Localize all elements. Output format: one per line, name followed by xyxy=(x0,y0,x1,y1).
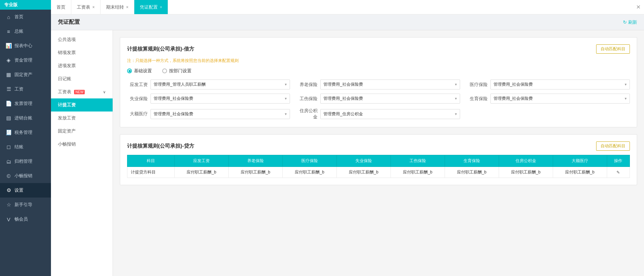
th-pension: 养老保险 xyxy=(229,155,283,167)
radio-department[interactable]: 按部门设置 xyxy=(162,68,191,74)
credit-section: 计提核算规则(公司承担)-贷方 自动匹配科目 科目 应发工资 养老保险 医疗保险… xyxy=(120,134,637,185)
radio-basic[interactable]: 基础设置 xyxy=(127,68,152,74)
form-label-medical: 医疗保险 xyxy=(467,82,488,88)
debit-notice: 注：只能选择一种方式，系统将按照您当前的选择来配置规则 xyxy=(127,58,630,64)
nav-item-accrual[interactable]: 计提工资 xyxy=(51,98,113,112)
sidebar-item-fixed[interactable]: ▦ 固定资产 xyxy=(0,67,51,82)
form-label-salary: 应发工资 xyxy=(127,82,148,88)
form-select-maternity[interactable]: 管理费用_社会保险费 ▾ xyxy=(490,94,630,104)
form-select-medical[interactable]: 管理费用_社会保险费 ▾ xyxy=(490,79,630,89)
radio-group: 基础设置 按部门设置 xyxy=(127,68,630,74)
salary-icon: ☰ xyxy=(6,86,12,92)
tax-icon: 🧾 xyxy=(6,129,12,136)
chevron-down-icon: ▾ xyxy=(625,82,627,87)
form-select-pension[interactable]: 管理费用_社会保险费 ▾ xyxy=(320,79,460,89)
sidebar-item-salary[interactable]: ☰ 工资 xyxy=(0,82,51,96)
td-maternity: 应付职工薪酬_b xyxy=(445,167,499,178)
refresh-button[interactable]: ↻ 刷新 xyxy=(623,19,637,25)
form-select-salary-value: 管理费用_管理人员职工薪酬 xyxy=(154,82,206,87)
close-all-tabs[interactable]: ✕ xyxy=(636,4,641,10)
td-medical: 应付职工薪酬_b xyxy=(283,167,337,178)
close-icon: ◻ xyxy=(6,144,12,150)
sidebar-item-label: 工资 xyxy=(14,86,23,92)
form-row-pension: 养老保险 管理费用_社会保险费 ▾ xyxy=(297,79,460,89)
radio-department-circle xyxy=(162,68,167,73)
tab-voucher-close[interactable]: × xyxy=(160,5,162,10)
nav-item-journal[interactable]: 日记账 xyxy=(51,72,113,85)
form-label-injury: 工伤保险 xyxy=(297,96,318,102)
page-title: 凭证配置 xyxy=(58,19,80,26)
radio-basic-label: 基础设置 xyxy=(134,68,152,74)
tab-period-close-btn[interactable]: × xyxy=(126,5,128,10)
nav-item-sales-invoice[interactable]: 销项发票 xyxy=(51,46,113,59)
nav-item-salary-table[interactable]: 工资表 NEW ∨ xyxy=(51,85,113,98)
form-select-medical-value: 管理费用_社会保险费 xyxy=(494,82,533,87)
form-select-unemployment[interactable]: 管理费用_社会保险费 ▾ xyxy=(150,94,290,104)
sidebar-item-label: 首页 xyxy=(14,14,23,20)
credit-table: 科目 应发工资 养老保险 医疗保险 失业保险 工伤保险 生育保险 住房公积金 大… xyxy=(127,155,630,178)
nav-item-purchase-invoice[interactable]: 进项发票 xyxy=(51,59,113,72)
form-select-unemployment-value: 管理费用_社会保险费 xyxy=(154,96,193,102)
form-select-housing[interactable]: 管理费用_住房公积金 ▾ xyxy=(320,109,460,119)
tab-salary-close[interactable]: × xyxy=(92,5,95,10)
app-logo: 专业版 xyxy=(0,0,51,10)
sidebar-item-close[interactable]: ◻ 结账 xyxy=(0,140,51,154)
form-row-housing: 住房公积金 管理费用_住房公积金 ▾ xyxy=(297,108,460,120)
td-extra-medical: 应付职工薪酬_b xyxy=(553,167,607,178)
sidebar-item-label: 归档管理 xyxy=(14,158,32,164)
radio-department-label: 按部门设置 xyxy=(169,68,191,74)
th-subject: 科目 xyxy=(127,155,175,167)
topbar: 首页 工资表 × 期末结转 × 凭证配置 × ✕ xyxy=(51,0,644,14)
sidebar-item-home[interactable]: ⌂ 首页 xyxy=(0,10,51,24)
chevron-down-icon: ▾ xyxy=(625,96,627,101)
sidebar-item-settings[interactable]: ⚙ 设置 xyxy=(0,183,51,198)
th-housing: 住房公积金 xyxy=(499,155,553,167)
th-unemployment: 失业保险 xyxy=(336,155,391,167)
tab-period-close[interactable]: 期末结转 × xyxy=(101,0,134,14)
sidebar-item-label: 设置 xyxy=(14,187,23,193)
fixed-icon: ▦ xyxy=(6,72,12,78)
debit-section: 计提核算规则(公司承担)-借方 自动匹配科目 注：只能选择一种方式，系统将按照您… xyxy=(120,37,637,127)
tab-home[interactable]: 首页 xyxy=(51,0,71,14)
form-select-injury[interactable]: 管理费用_社会保险费 ▾ xyxy=(320,94,460,104)
sidebar-item-report[interactable]: 📊 报表中心 xyxy=(0,39,51,53)
tab-voucher-config[interactable]: 凭证配置 × xyxy=(134,0,168,14)
form-select-pension-value: 管理费用_社会保险费 xyxy=(323,82,363,87)
sidebar-item-ledger[interactable]: ≡ 总账 xyxy=(0,24,51,39)
nav-item-fixed-assets[interactable]: 固定资产 xyxy=(51,125,113,138)
sidebar-item-capital[interactable]: ◈ 资金管理 xyxy=(0,53,51,67)
form-select-extra-medical[interactable]: 管理费用_社会保险费 ▾ xyxy=(150,109,290,119)
th-salary: 应发工资 xyxy=(175,155,229,167)
main-area: 首页 工资表 × 期末结转 × 凭证配置 × ✕ 凭证配置 ↻ 刷新 公共选项 xyxy=(51,0,644,276)
sidebar-item-stock[interactable]: ▤ 进销台账 xyxy=(0,111,51,125)
tab-salary-table[interactable]: 工资表 × xyxy=(71,0,101,14)
sidebar-item-guide[interactable]: ☆ 新手引导 xyxy=(0,198,51,212)
nav-item-public[interactable]: 公共选项 xyxy=(51,33,113,46)
content-layout: 公共选项 销项发票 进项发票 日记账 工资表 NEW ∨ 计提工资 xyxy=(51,30,644,276)
nav-item-xiaochang[interactable]: 小畅报销 xyxy=(51,138,113,151)
sidebar-item-invoice[interactable]: 📄 发票管理 xyxy=(0,96,51,111)
form-row-injury: 工伤保险 管理费用_社会保险费 ▾ xyxy=(297,94,460,104)
form-select-salary[interactable]: 管理费用_管理人员职工薪酬 ▾ xyxy=(150,79,290,89)
credit-section-header: 计提核算规则(公司承担)-贷方 自动匹配科目 xyxy=(127,141,630,151)
edit-icon[interactable]: ✎ xyxy=(616,170,620,175)
td-action[interactable]: ✎ xyxy=(607,167,630,178)
chevron-down-icon: ▾ xyxy=(285,96,287,101)
form-row-unemployment: 失业保险 管理费用_社会保险费 ▾ xyxy=(127,94,290,104)
sidebar-item-vip[interactable]: V 畅会员 xyxy=(0,212,51,226)
credit-auto-match-button[interactable]: 自动匹配科目 xyxy=(596,141,630,151)
form-row-maternity: 生育保险 管理费用_社会保险费 ▾ xyxy=(467,94,630,104)
new-badge: NEW xyxy=(74,90,85,94)
td-injury: 应付职工薪酬_b xyxy=(391,167,445,178)
sidebar-item-xiao[interactable]: © 小畅报销 xyxy=(0,169,51,183)
nav-item-issue[interactable]: 发放工资 xyxy=(51,112,113,125)
sidebar-item-archive[interactable]: 🗂 归档管理 xyxy=(0,154,51,169)
sidebar-item-tax[interactable]: 🧾 税务管理 xyxy=(0,125,51,140)
th-action: 操作 xyxy=(607,155,630,167)
invoice-icon: 📄 xyxy=(6,100,12,107)
td-subject: 计提贷方科目 xyxy=(127,167,175,178)
form-label-housing: 住房公积金 xyxy=(297,108,318,120)
radio-basic-circle xyxy=(127,68,132,73)
debit-auto-match-button[interactable]: 自动匹配科目 xyxy=(596,44,630,54)
table-row: 计提贷方科目 应付职工薪酬_b 应付职工薪酬_b 应付职工薪酬_b 应付职工薪酬… xyxy=(127,167,630,178)
